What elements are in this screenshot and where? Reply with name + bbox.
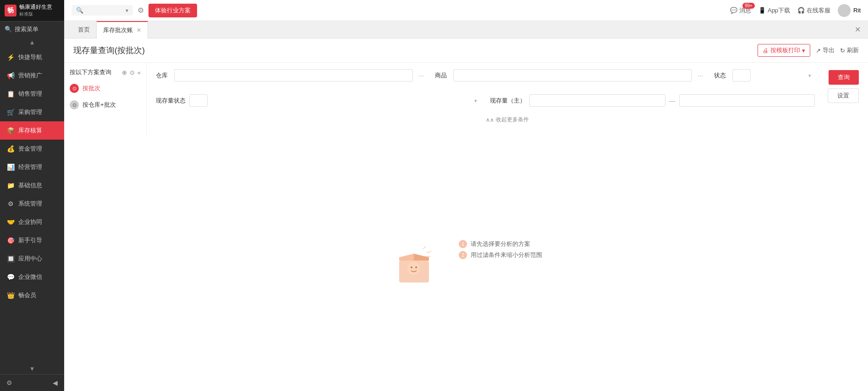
sidebar-label: 企业协同 [18,218,42,226]
sidebar-label: 营销推广 [18,71,42,80]
add-plan-icon[interactable]: ⊕ [122,69,127,76]
sidebar-label: 新手引导 [18,236,42,244]
message-icon: 💬 [730,7,737,14]
sidebar-item-enterprise[interactable]: 🤝 企业协同 [0,213,64,231]
product-dots[interactable]: ··· [696,72,705,79]
stock-qty-dash: — [669,97,676,104]
sidebar-item-business[interactable]: 📊 经营管理 [0,158,64,176]
member-icon: 👑 [6,291,15,299]
user-menu[interactable]: Rit [838,4,861,17]
sidebar-item-quick-nav[interactable]: ⚡ 快捷导航 [0,48,64,66]
scroll-down-button[interactable]: ▼ [0,363,64,374]
scroll-up-button[interactable]: ▲ [0,37,64,48]
tab-close-icon[interactable]: ✕ [137,27,141,33]
status-select[interactable] [732,69,751,81]
sidebar-item-system[interactable]: ⚙ 系统管理 [0,195,64,213]
svg-point-4 [411,266,412,268]
product-label: 商品 [435,71,450,80]
main-area: 🔍 ▾ ⚙ 体验行业方案 💬 消息 99+ 📱 App下载 🎧 在线客服 Rit [64,0,868,391]
message-action[interactable]: 💬 消息 99+ [730,6,751,15]
warehouse-dots[interactable]: ··· [417,72,426,79]
search-input-wrap[interactable]: 🔍 ▾ [71,5,133,16]
settings-button[interactable]: 设置 [828,88,859,103]
search-menu[interactable]: 🔍 搜索菜单 [0,22,64,37]
finance-icon: 💰 [6,145,15,153]
page-header-actions: 🖨 按模板打印 ▾ ↗ 导出 ↻ 刷新 [758,44,859,57]
sidebar-label: 采购管理 [18,108,42,116]
collapse-bar[interactable]: ∧∧ 收起更多条件 [156,113,859,128]
settings-plan-icon[interactable]: ⊙ [130,69,135,76]
sidebar: 畅 畅康通好生意 标准版 🔍 搜索菜单 ▲ ⚡ 快捷导航 📢 营销推广 📋 销售… [0,0,64,391]
app-download-icon: 📱 [758,7,766,14]
filter-sidebar-actions: ⊕ ⊙ « [122,69,141,76]
page-header: 现存量查询(按批次) 🖨 按模板打印 ▾ ↗ 导出 ↻ 刷新 [64,38,868,63]
app-title: 畅康通好生意 [19,4,52,11]
online-service-action[interactable]: 🎧 在线客服 [797,6,830,15]
svg-line-7 [427,251,431,253]
collapse-plan-icon[interactable]: « [137,69,141,76]
status-label: 状态 [714,71,729,80]
status-field: 状态 [714,69,815,81]
print-icon: 🖨 [763,47,769,54]
sidebar-item-purchase[interactable]: 🛒 采购管理 [0,103,64,121]
stock-status-field: 现存量状态 [156,94,481,107]
sidebar-item-inventory[interactable]: 📦 库存核算 [0,121,64,140]
refresh-button[interactable]: ↻ 刷新 [840,46,859,54]
svg-marker-1 [399,254,414,261]
plan-icon-red: ⊙ [70,84,79,93]
sidebar-item-app-center[interactable]: 🔲 应用中心 [0,250,64,268]
empty-state: 1 请先选择要分析的方案 2 用过滤条件来缩小分析范围 [64,135,868,391]
system-icon: ⚙ [6,200,15,208]
sidebar-label: 快捷导航 [18,53,42,61]
sidebar-item-member[interactable]: 👑 畅会员 [0,286,64,304]
topbar-gear-icon[interactable]: ⚙ [137,6,144,15]
search-icon: 🔍 [5,26,12,33]
sidebar-label: 系统管理 [18,200,42,208]
print-button[interactable]: 🖨 按模板打印 ▾ [758,44,810,57]
plan-item-warehouse-batch[interactable]: ⊙ 按仓库+批次 [64,97,146,113]
sidebar-item-sales[interactable]: 📋 销售管理 [0,85,64,103]
query-button[interactable]: 查询 [829,70,859,85]
status-select-wrap [732,69,815,81]
sidebar-item-finance[interactable]: 💰 资金管理 [0,140,64,158]
tab-batch-account[interactable]: 库存批次账 ✕ [97,21,148,38]
product-input[interactable] [453,69,692,81]
sidebar-label: 库存核算 [18,126,42,135]
sidebar-item-wechat[interactable]: 💬 企业微信 [0,268,64,286]
filter-area: 按以下方案查询 ⊕ ⊙ « ⊙ 按批次 ⊙ 按仓库+批次 [64,63,868,135]
topbar-search-input[interactable] [86,7,123,14]
panel-close-button[interactable]: ✕ [847,25,868,34]
topbar-right: 💬 消息 99+ 📱 App下载 🎧 在线客服 Rit [730,4,861,17]
quick-nav-icon: ⚡ [6,53,15,61]
sidebar-nav: ⚡ 快捷导航 📢 营销推广 📋 销售管理 🛒 采购管理 📦 库存核算 💰 资金管… [0,48,64,363]
filter-row-1: 仓库 ··· 商品 ··· 状态 [156,69,815,81]
print-dropdown-icon[interactable]: ▾ [802,47,805,54]
marketing-icon: 📢 [6,71,15,80]
wechat-icon: 💬 [6,273,15,281]
online-service-label: 在线客服 [807,6,830,15]
sidebar-label: 应用中心 [18,255,42,263]
sidebar-label: 基础信息 [18,181,42,190]
stock-status-select[interactable] [189,94,208,107]
sidebar-item-basic[interactable]: 📁 基础信息 [0,176,64,195]
stock-qty-to-input[interactable] [679,94,815,107]
export-button[interactable]: ↗ 导出 [816,46,835,54]
sidebar-label: 销售管理 [18,90,42,98]
stock-qty-from-input[interactable] [529,94,665,107]
topbar: 🔍 ▾ ⚙ 体验行业方案 💬 消息 99+ 📱 App下载 🎧 在线客服 Rit [64,0,868,21]
warehouse-input[interactable] [174,69,413,81]
experience-btn[interactable]: 体验行业方案 [148,4,197,17]
settings-footer-icon[interactable]: ⚙ [6,379,12,386]
sidebar-item-marketing[interactable]: 📢 营销推广 [0,66,64,85]
stock-qty-label: 现存量（主） [490,97,526,105]
collapse-sidebar-icon[interactable]: ◀ [53,379,58,386]
sidebar-item-guide[interactable]: 🎯 新手引导 [0,231,64,250]
app-download-action[interactable]: 📱 App下载 [758,6,790,15]
plan-item-batch[interactable]: ⊙ 按批次 [64,80,146,97]
tab-home[interactable]: 首页 [71,21,97,38]
sidebar-label: 资金管理 [18,145,42,153]
product-field: 商品 ··· [435,69,705,81]
app-title-wrap: 畅康通好生意 标准版 [19,4,52,17]
stock-qty-field: 现存量（主） — [490,94,815,107]
topbar-dropdown-icon[interactable]: ▾ [126,7,128,14]
